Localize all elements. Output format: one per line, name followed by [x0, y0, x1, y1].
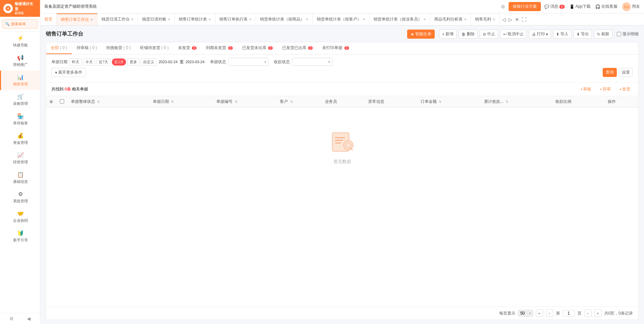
- filter-tab-expired[interactable]: 到期未发货 0: [201, 42, 237, 54]
- sidebar-item-basicinfo[interactable]: 📋 基础信息: [0, 168, 40, 188]
- tab-gross-profit[interactable]: 商品毛利分析表 ✕: [430, 13, 471, 25]
- last-month-btn[interactable]: 近1月: [112, 58, 126, 66]
- filter-tab-shipped-not-out[interactable]: 已发货未出库 0: [238, 42, 277, 54]
- show-detail-checkbox[interactable]: [617, 32, 621, 36]
- print-button[interactable]: 🖨 打印 ▾: [529, 30, 551, 39]
- sort-status-icon[interactable]: ⇅: [97, 100, 100, 104]
- user-profile-button[interactable]: Ea 用友: [622, 2, 640, 11]
- more-btn[interactable]: 更多: [127, 58, 139, 66]
- tab-sales-workbench[interactable]: 销售订单工作台 ✕: [57, 13, 97, 25]
- tab-sales-more[interactable]: 销售毛利 ✕: [471, 13, 500, 25]
- export-button[interactable]: ⬇ 导出: [573, 30, 592, 39]
- stop-button[interactable]: ⊘ 中止: [480, 30, 498, 39]
- sort-number-icon[interactable]: ⇅: [235, 100, 238, 104]
- tab-summary-staff[interactable]: 销货单统计表（按业务员） ✕: [370, 13, 430, 25]
- tab-close-sales-stat[interactable]: ✕: [208, 17, 211, 21]
- cancel-audit-action-button[interactable]: 弃审: [597, 85, 613, 93]
- show-detail-checkbox-label[interactable]: 显示明细: [617, 31, 639, 37]
- sidebar-item-cooperation[interactable]: 🤝 企业协同: [0, 207, 40, 227]
- tab-close-all-icon[interactable]: ✕: [514, 16, 520, 23]
- filter-tab-not-shipped[interactable]: 未发货 0: [173, 42, 201, 54]
- app-download-button[interactable]: 📱 App下载: [569, 4, 591, 9]
- tab-cash-reconcile[interactable]: 钱货日清对账 ✕: [138, 13, 175, 25]
- tab-next-icon[interactable]: ▷: [508, 16, 513, 23]
- column-settings-icon[interactable]: ⚙: [49, 99, 53, 104]
- tab-summary-customer[interactable]: 销货单统计表（按客户） ✕: [313, 13, 370, 25]
- sort-received-icon[interactable]: ⇅: [506, 100, 508, 104]
- sidebar-item-purchase[interactable]: 🛒 采购管理: [0, 90, 40, 110]
- sidebar-item-newguide[interactable]: 🔰 新手引导: [0, 227, 40, 246]
- delete-button[interactable]: 🗑 删除: [459, 30, 478, 39]
- smart-create-button[interactable]: ★ 智能生单: [407, 30, 435, 39]
- tab-sales-stat[interactable]: 销售订单统计表 ✕: [175, 13, 215, 25]
- add-button[interactable]: + 新增: [439, 30, 457, 39]
- tab-summary-product[interactable]: 销货单统计表（按商品） ✕: [256, 13, 313, 25]
- settings-button[interactable]: 设置: [619, 68, 633, 77]
- online-support-button[interactable]: 🎧 在线客服: [595, 4, 617, 9]
- page-header: 销售订单工作台 ★ 智能生单 + 新增 🗑 删除 ⊘ 中止: [46, 30, 639, 39]
- filter-tab-not-printed[interactable]: 未打印单据 0: [317, 42, 353, 54]
- tab-cash-daily[interactable]: 钱货日清工作台 ✕: [97, 13, 138, 25]
- filter-tab-shipped-out[interactable]: 已发货已出库 0: [277, 42, 317, 54]
- message-badge: 6: [559, 5, 565, 9]
- prev-page-button[interactable]: ‹: [546, 310, 553, 317]
- cancel-stop-button[interactable]: ↩ 取消中止: [500, 30, 527, 39]
- tab-prev-icon[interactable]: ◁: [502, 16, 507, 23]
- tab-close-summary-staff[interactable]: ✕: [423, 17, 426, 21]
- tab-sales-exec[interactable]: 销售订单执行表 ✕: [215, 13, 256, 25]
- tab-close-gross-profit[interactable]: ✕: [464, 17, 467, 21]
- page-size-select[interactable]: 10 20 50 100: [518, 310, 533, 317]
- sidebar-item-sales[interactable]: 📊 销售管理: [0, 71, 40, 90]
- th-customer: 客户 ⇅: [276, 96, 321, 108]
- payment-select[interactable]: [292, 58, 332, 66]
- search-menu-button[interactable]: 🔍 搜索菜单: [2, 19, 38, 29]
- tab-close-summary-customer[interactable]: ✕: [362, 17, 365, 21]
- page-title: 销售订单工作台: [46, 31, 83, 38]
- last-page-button[interactable]: »: [594, 310, 602, 317]
- refresh-button[interactable]: ↻ 刷新: [594, 30, 612, 39]
- industry-solution-button[interactable]: 体验行业方案: [509, 2, 541, 11]
- tab-close-cash-reconcile[interactable]: ✕: [168, 17, 170, 21]
- tab-close-cash-daily[interactable]: ✕: [131, 17, 134, 21]
- status-select[interactable]: [228, 58, 268, 66]
- select-all-checkbox[interactable]: [60, 99, 64, 104]
- finance-icon: 💰: [17, 132, 24, 139]
- query-button[interactable]: 查询: [603, 68, 617, 77]
- tab-close-sales-workbench[interactable]: ✕: [90, 18, 93, 22]
- last7-btn[interactable]: 近7天: [96, 58, 111, 66]
- sidebar-item-operations[interactable]: 📈 经营管理: [0, 149, 40, 168]
- ship-action-button[interactable]: 发货: [617, 85, 633, 93]
- sort-date-icon[interactable]: ⇅: [171, 100, 174, 104]
- tab-close-sales-exec[interactable]: ✕: [249, 17, 252, 21]
- filter-tab-pending-inspection[interactable]: 待挑验货 ( 0 ): [101, 42, 135, 54]
- custom-btn[interactable]: 自定义: [141, 58, 157, 66]
- yesterday-btn[interactable]: 昨天: [70, 58, 82, 66]
- filter-tab-pending-audit[interactable]: 待审核 ( 0 ): [72, 42, 102, 54]
- tab-home[interactable]: 首页: [40, 13, 57, 25]
- sort-amount-icon[interactable]: ⇅: [439, 100, 441, 104]
- topbar-settings-icon[interactable]: ⚙: [501, 4, 505, 9]
- tab-fullscreen-icon[interactable]: ⛶: [521, 16, 527, 23]
- settings-bottom-icon[interactable]: ⚙: [9, 316, 14, 321]
- sidebar-item-quicknav[interactable]: ⚡ 快捷导航: [0, 32, 40, 51]
- sidebar-item-finance[interactable]: 💰 资金管理: [0, 129, 40, 149]
- tab-close-summary-product[interactable]: ✕: [306, 17, 308, 21]
- sort-customer-icon[interactable]: ⇅: [290, 100, 293, 104]
- audit-action-button[interactable]: 审核: [578, 85, 594, 93]
- operations-icon: 📈: [17, 152, 24, 158]
- sidebar-item-inventory[interactable]: 🏪 库存核算: [0, 110, 40, 129]
- sidebar-item-marketing[interactable]: 📢 营销推广: [0, 51, 40, 71]
- tab-close-sales-more[interactable]: ✕: [492, 17, 495, 21]
- message-button[interactable]: 💬 消息 6: [544, 4, 565, 9]
- page-number-input[interactable]: [563, 310, 575, 317]
- next-page-button[interactable]: ›: [584, 310, 592, 317]
- expand-conditions-button[interactable]: ▾ 展开更多条件: [51, 68, 86, 77]
- sidebar-item-system[interactable]: ⚙ 系统管理: [0, 188, 40, 207]
- today-btn[interactable]: 今天: [83, 58, 95, 66]
- first-page-button[interactable]: «: [536, 310, 543, 317]
- purchase-icon: 🛒: [17, 93, 24, 100]
- collapse-sidebar-icon[interactable]: ◀: [27, 316, 31, 321]
- import-button[interactable]: ⬆ 导入: [553, 30, 571, 39]
- filter-tab-all[interactable]: 全部 ( 0 ): [46, 42, 72, 54]
- filter-tab-wangpu[interactable]: 旺铺待发货 ( 0 ): [135, 42, 173, 54]
